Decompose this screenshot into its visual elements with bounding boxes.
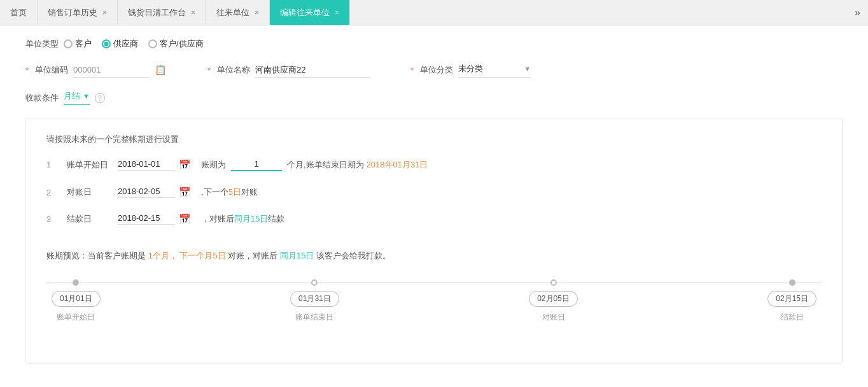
tab-cash-work[interactable]: 钱货日清工作台 × [118,0,206,25]
timeline-label-1: 账单结束日 [295,312,333,323]
radio-customer-label: 客户 [75,38,92,50]
unit-category-label: 单位分类 [420,64,453,76]
collect-value: 月结 [64,90,80,102]
preview-label: 账期预览：当前客户账期是 [46,251,146,260]
row2-date: 2018-02-05 [118,186,175,198]
row3-desc1: ，对账后 [201,213,234,225]
row1-num: 1 [46,160,67,169]
radio-customer-circle [64,39,73,48]
unit-type-row: 单位类型 客户 供应商 客户/供应商 [25,38,843,50]
row3-desc2: 结款 [268,213,284,225]
timeline-item-3: 02月15日 结款日 [767,274,816,323]
row2-date-group: 2018-02-05 📅 [118,186,191,198]
radio-both-circle [148,39,157,48]
preview-mid: 对账，对账后 [228,251,277,260]
row1-desc-suffix: 个月,账单结束日期为 [287,159,364,171]
code-name-row: * 单位编码 📋 * 单位名称 * 单位分类 未分类 ▼ [25,62,843,78]
unit-code-label: 单位编码 [35,64,68,76]
setting-row-3: 3 结款日 2018-02-15 📅 ，对账后 同月15日 结款 [46,213,822,225]
tab-home-label: 首页 [10,7,27,18]
timeline-dot-0 [73,279,79,286]
row2-cal-icon[interactable]: 📅 [179,186,191,198]
timeline-bubble-1: 01月31日 [290,291,339,307]
unit-code-input[interactable] [73,62,150,78]
timeline-bubble-0: 01月01日 [52,291,101,307]
timeline-item-0: 01月01日 账单开始日 [52,274,101,323]
unit-type-group: 单位类型 客户 供应商 客户/供应商 [25,38,204,50]
row2-highlight: 5日 [228,186,241,198]
preview-part1: 1个月， [148,251,178,260]
timeline-label-3: 结款日 [781,312,804,323]
unit-category-dropdown[interactable]: 未分类 ▼ [458,63,531,78]
radio-customer[interactable]: 客户 [64,38,92,50]
section-box: 请按照未来的一个完整帐期进行设置 1 账单开始日 2018-01-01 📅 账期… [25,118,843,364]
unit-category-arrow: ▼ [524,65,531,73]
row1-label: 账单开始日 [67,159,118,171]
tab-partner-unit[interactable]: 往来单位 × [206,0,270,25]
radio-both-label: 客户/供应商 [160,38,204,50]
row3-num: 3 [46,215,67,224]
timeline-bubble-2: 02月05日 [529,291,578,307]
row3-date: 2018-02-15 [118,213,175,225]
row1-date: 2018-01-01 [118,159,175,171]
timeline-label-0: 账单开始日 [57,312,95,323]
row1-desc-prefix: 账期为 [201,159,226,171]
radio-supplier-label: 供应商 [113,38,138,50]
unit-name-group: * 单位名称 [207,62,370,78]
radio-supplier-circle [102,39,111,48]
row2-label: 对账日 [67,186,118,198]
unit-category-group: * 单位分类 未分类 ▼ [410,63,531,78]
row2-desc2: 对账 [241,186,258,198]
timeline-dot-3 [789,279,795,286]
row3-date-group: 2018-02-15 📅 [118,213,191,225]
tab-sales-close[interactable]: × [102,8,107,17]
tab-edit-close[interactable]: × [335,8,339,17]
row1-cal-icon[interactable]: 📅 [179,159,191,171]
radio-group: 客户 供应商 客户/供应商 [64,38,204,50]
row3-label: 结款日 [67,213,118,225]
setting-row-2: 2 对账日 2018-02-05 📅 ,下一个 5日 对账 [46,186,822,198]
unit-code-icon[interactable]: 📋 [155,64,167,76]
unit-code-group: * 单位编码 📋 [25,62,167,78]
unit-category-value: 未分类 [458,63,483,74]
timeline-items: 01月01日 账单开始日 01月31日 账单结束日 02月05日 对账日 02月… [52,274,816,323]
tab-cash-label: 钱货日清工作台 [128,7,186,18]
tab-home[interactable]: 首页 [0,0,38,25]
period-input[interactable] [231,158,282,171]
tab-edit-label: 编辑往来单位 [280,7,330,18]
tab-bar: 首页 销售订单历史 × 钱货日清工作台 × 往来单位 × 编辑往来单位 × » [0,0,868,25]
timeline-item-2: 02月05日 对账日 [529,274,578,323]
tab-edit-partner[interactable]: 编辑往来单位 × [270,0,350,25]
row2-desc1: ,下一个 [201,186,228,198]
unit-name-input[interactable] [255,62,370,78]
row1-date-group: 2018-01-01 📅 [118,159,191,171]
timeline-label-2: 对账日 [542,312,565,323]
preview-part3: 同月15日 [280,251,314,260]
preview-suffix: 该客户会给我打款。 [316,251,391,260]
timeline-dot-2 [550,279,557,286]
tab-sales-history[interactable]: 销售订单历史 × [38,0,118,25]
tab-expand-button[interactable]: » [847,0,868,25]
tab-cash-close[interactable]: × [191,8,195,17]
row2-num: 2 [46,188,67,197]
timeline-dot-1 [311,279,318,286]
help-icon[interactable]: ? [95,93,105,103]
row1-highlight: 2018年01月31日 [367,159,428,171]
collect-row: 收款条件 月结 ▼ ? [25,90,843,105]
collect-dropdown[interactable]: 月结 ▼ [64,90,90,105]
collect-label: 收款条件 [25,92,59,104]
setting-row-1: 1 账单开始日 2018-01-01 📅 账期为 个月,账单结束日期为 2018… [46,158,822,171]
radio-both[interactable]: 客户/供应商 [148,38,204,50]
timeline-bubble-3: 02月15日 [767,291,816,307]
timeline-item-1: 01月31日 账单结束日 [290,274,339,323]
section-title: 请按照未来的一个完整帐期进行设置 [46,134,822,145]
unit-type-label: 单位类型 [25,38,59,50]
tab-partner-close[interactable]: × [255,8,259,17]
row3-cal-icon[interactable]: 📅 [179,213,191,225]
preview-part2: 下一个月5日 [179,251,225,260]
unit-name-label: 单位名称 [217,64,250,76]
row3-highlight: 同月15日 [234,213,268,225]
collect-arrow: ▼ [83,92,90,100]
radio-supplier[interactable]: 供应商 [102,38,138,50]
tab-sales-label: 销售订单历史 [48,7,97,18]
